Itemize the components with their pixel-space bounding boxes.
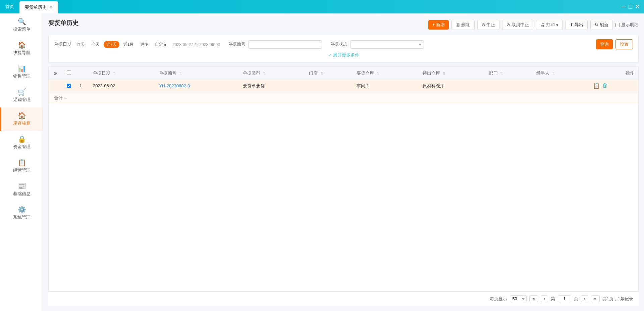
page-title: 要货单历史	[48, 19, 78, 27]
export-button[interactable]: ⬆ 导出	[566, 20, 588, 30]
per-page-label: 每页显示	[490, 296, 507, 302]
sidebar-item-label: 经营管理	[13, 167, 31, 173]
th-bill-no[interactable]: 单据编号 ⇅	[155, 67, 239, 80]
bill-no-filter-group: 单据编号	[228, 40, 322, 49]
content-area: 要货单历史 + 新增 🗑 删除 ⊘ 中止 ⊘ 取消中止 🖨 打印 ▾ ⬆ 导出 …	[43, 13, 644, 311]
last-page-button[interactable]: »	[591, 295, 599, 302]
search-menu-icon: 🔍	[18, 18, 26, 25]
date-filter-label: 单据日期	[54, 41, 71, 47]
th-settings[interactable]: ⚙	[49, 67, 62, 80]
sidebar-item-system-mgmt[interactable]: ⚙️ 系统管理	[0, 202, 43, 225]
td-department	[485, 80, 532, 92]
th-pending-warehouse[interactable]: 待出仓库 ⇅	[419, 67, 485, 80]
sidebar-item-quick-nav[interactable]: 🏠 快捷导航	[0, 37, 43, 60]
th-checkbox[interactable]	[62, 67, 75, 80]
filter-panel: 单据日期 昨天 今天 近7天 近1月 更多 自定义 2023-05-27 至 2…	[48, 35, 639, 62]
basic-info-icon: 📰	[18, 183, 26, 189]
sidebar-item-sales-mgmt[interactable]: 📊 销售管理	[0, 60, 43, 84]
search-button[interactable]: 查询	[596, 39, 613, 49]
sort-bill-no-icon: ⇅	[179, 72, 182, 75]
sidebar-item-operations-mgmt[interactable]: 📋 经营管理	[0, 154, 43, 178]
row-delete-icon[interactable]: 🗑	[602, 83, 608, 89]
th-department[interactable]: 部门 ⇅	[485, 67, 532, 80]
tab-home[interactable]: 首页	[0, 0, 19, 13]
print-icon: 🖨	[540, 23, 545, 28]
show-detail-checkbox[interactable]	[615, 23, 620, 27]
finance-icon: 🔒	[18, 136, 26, 142]
bill-no-label: 单据编号	[228, 41, 246, 47]
sidebar-item-label: 采购管理	[13, 97, 31, 103]
stop-button[interactable]: ⊘ 中止	[477, 20, 500, 30]
th-bill-date[interactable]: 单据日期 ⇅	[89, 67, 155, 80]
row-edit-icon[interactable]: 📋	[593, 83, 600, 89]
th-handler[interactable]: 经手人 ⇅	[532, 67, 589, 80]
sort-bill-type-icon: ⇅	[263, 72, 266, 75]
top-bar: 首页 要货单历史 ✕ ─ □ ✕	[0, 0, 644, 13]
date-pill-yesterday[interactable]: 昨天	[74, 41, 88, 48]
row-checkbox[interactable]	[67, 84, 71, 88]
date-range-text: 2023-05-27 至 2023-06-02	[172, 42, 220, 48]
settings-button[interactable]: 设置	[615, 39, 633, 49]
per-page-select[interactable]: 10 20 50 100	[510, 295, 527, 302]
td-checkbox[interactable]	[62, 80, 75, 92]
prev-page-button[interactable]: ‹	[541, 295, 548, 302]
cancel-stop-button[interactable]: ⊘ 取消中止	[502, 20, 533, 30]
data-table: ⚙ 单据日期 ⇅ 单据编号 ⇅	[49, 67, 638, 92]
maximize-button[interactable]: □	[629, 4, 632, 10]
th-req-warehouse[interactable]: 要货仓库 ⇅	[353, 67, 419, 80]
date-pill-more[interactable]: 更多	[138, 41, 151, 48]
th-seq	[75, 67, 89, 80]
th-bill-type[interactable]: 单据类型 ⇅	[239, 67, 305, 80]
table-header-row: ⚙ 单据日期 ⇅ 单据编号 ⇅	[49, 67, 638, 80]
close-window-button[interactable]: ✕	[635, 4, 640, 10]
sidebar-item-finance-mgmt[interactable]: 🔒 资金管理	[0, 131, 43, 154]
bill-no-input[interactable]	[248, 40, 322, 49]
tab-requisition-history[interactable]: 要货单历史 ✕	[19, 1, 58, 13]
page-label: 第	[551, 296, 555, 302]
show-detail-toggle[interactable]: 显示明细	[615, 22, 639, 28]
expand-more[interactable]: ✓ 展开更多条件	[54, 52, 633, 58]
pagination: 每页显示 10 20 50 100 « ‹ 第 页 › » 共1页，1条记录	[48, 292, 639, 306]
td-bill-no[interactable]: YH-20230602-0	[155, 80, 239, 92]
operations-icon: 📋	[18, 159, 26, 166]
sidebar-item-inventory[interactable]: 🏠 库存核算	[0, 107, 43, 131]
purchase-icon: 🛒	[18, 89, 26, 95]
refresh-button[interactable]: ↻ 刷新	[590, 20, 613, 30]
date-pill-today[interactable]: 今天	[89, 41, 102, 48]
td-store	[305, 80, 352, 92]
td-req-warehouse: 车间库	[353, 80, 419, 92]
date-filter-group: 单据日期 昨天 今天 近7天 近1月 更多 自定义 2023-05-27 至 2…	[54, 41, 220, 48]
date-pill-last1month[interactable]: 近1月	[121, 41, 137, 48]
date-pill-last7days[interactable]: 近7天	[104, 41, 119, 48]
print-button[interactable]: 🖨 打印 ▾	[536, 20, 563, 30]
sidebar-item-basic-info[interactable]: 📰 基础信息	[0, 178, 43, 202]
first-page-button[interactable]: «	[529, 295, 538, 302]
delete-button[interactable]: 🗑 删除	[451, 20, 475, 30]
th-store[interactable]: 门店 ⇅	[305, 67, 352, 80]
quick-nav-icon: 🏠	[18, 42, 26, 48]
sidebar-item-label: 销售管理	[13, 73, 31, 79]
sidebar: 🔍 搜索菜单 🏠 快捷导航 📊 销售管理 🛒 采购管理 🏠 库存核算 🔒 资金管…	[0, 13, 43, 311]
print-dropdown-icon: ▾	[556, 23, 558, 28]
status-input[interactable]	[350, 40, 424, 49]
close-tab-icon[interactable]: ✕	[49, 5, 53, 10]
window-actions: ─ □ ✕	[622, 4, 644, 10]
table-row[interactable]: 1 2023-06-02 YH-20230602-0 要货单要货 车间库 原材料…	[49, 80, 638, 92]
sidebar-item-label: 库存核算	[13, 120, 31, 126]
td-handler	[532, 80, 589, 92]
sidebar-item-purchase-mgmt[interactable]: 🛒 采购管理	[0, 84, 43, 107]
sidebar-item-label: 搜索菜单	[13, 26, 31, 32]
inventory-icon: 🏠	[18, 112, 26, 119]
bill-no-link[interactable]: YH-20230602-0	[159, 83, 190, 88]
chevron-down-icon: ✓	[328, 53, 332, 58]
minimize-button[interactable]: ─	[622, 4, 626, 10]
next-page-button[interactable]: ›	[581, 295, 588, 302]
new-button[interactable]: + 新增	[428, 20, 449, 30]
page-input[interactable]	[558, 295, 571, 302]
select-all-checkbox[interactable]	[67, 71, 71, 75]
system-mgmt-icon: ⚙️	[18, 206, 26, 213]
sidebar-item-search-menu[interactable]: 🔍 搜索菜单	[0, 13, 43, 37]
page-suffix: 页	[574, 296, 578, 302]
main-layout: 🔍 搜索菜单 🏠 快捷导航 📊 销售管理 🛒 采购管理 🏠 库存核算 🔒 资金管…	[0, 13, 644, 311]
date-pill-custom[interactable]: 自定义	[152, 41, 170, 48]
